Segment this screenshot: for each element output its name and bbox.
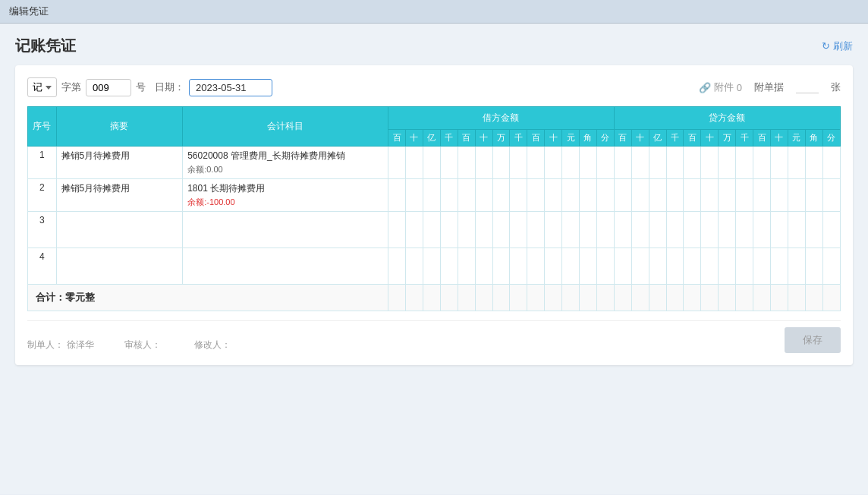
cr3-c3[interactable] xyxy=(649,212,666,248)
cr2-c4[interactable] xyxy=(666,179,684,212)
cr4-c5[interactable] xyxy=(684,248,701,285)
cr4-c10[interactable] xyxy=(771,248,788,285)
prefix-select[interactable]: 记 xyxy=(27,77,57,97)
save-button[interactable]: 保存 xyxy=(785,327,841,353)
attach-single-button[interactable]: 附单据 xyxy=(754,80,784,94)
d4-c2[interactable] xyxy=(405,248,423,285)
d4-c6[interactable] xyxy=(475,248,492,285)
d4-c3[interactable] xyxy=(423,248,440,285)
row-summary-4[interactable] xyxy=(56,248,183,285)
row-account-4[interactable] xyxy=(183,248,388,285)
cr4-c11[interactable] xyxy=(788,248,805,285)
cr2-c6[interactable] xyxy=(701,179,719,212)
cr3-c10[interactable] xyxy=(771,212,788,248)
d2-c7[interactable] xyxy=(492,179,510,212)
d3-c13[interactable] xyxy=(596,212,614,248)
d4-c10[interactable] xyxy=(545,248,562,285)
d3-c8[interactable] xyxy=(510,212,527,248)
attachment-button[interactable]: 🔗 附件 0 xyxy=(699,80,742,94)
d1-c1[interactable] xyxy=(388,147,406,179)
d2-c4[interactable] xyxy=(440,179,458,212)
cr4-c9[interactable] xyxy=(753,248,771,285)
cr2-c11[interactable] xyxy=(788,179,805,212)
d3-c4[interactable] xyxy=(440,212,458,248)
d2-c2[interactable] xyxy=(405,179,423,212)
cr3-c11[interactable] xyxy=(788,212,805,248)
d3-c3[interactable] xyxy=(423,212,440,248)
d3-c10[interactable] xyxy=(545,212,562,248)
cr3-c12[interactable] xyxy=(805,212,822,248)
d4-c5[interactable] xyxy=(458,248,475,285)
cr2-c3[interactable] xyxy=(649,179,666,212)
row-summary-2[interactable]: 摊销5月待摊费用 xyxy=(56,179,183,212)
cr4-c8[interactable] xyxy=(736,248,753,285)
cr1-c8[interactable] xyxy=(736,147,753,179)
cr4-c6[interactable] xyxy=(701,248,719,285)
cr3-c13[interactable] xyxy=(822,212,840,248)
cr3-c8[interactable] xyxy=(736,212,753,248)
d4-c4[interactable] xyxy=(440,248,458,285)
d3-c11[interactable] xyxy=(562,212,580,248)
cr3-c7[interactable] xyxy=(719,212,736,248)
cr1-c2[interactable] xyxy=(631,147,649,179)
d3-c2[interactable] xyxy=(405,212,423,248)
d3-c1[interactable] xyxy=(388,212,406,248)
cr2-c2[interactable] xyxy=(631,179,649,212)
cr2-c8[interactable] xyxy=(736,179,753,212)
zhang-input[interactable] xyxy=(796,81,819,93)
d1-c12[interactable] xyxy=(580,147,597,179)
date-input[interactable] xyxy=(189,79,272,96)
d4-c12[interactable] xyxy=(580,248,597,285)
d3-c12[interactable] xyxy=(580,212,597,248)
d4-c11[interactable] xyxy=(562,248,580,285)
cr3-c2[interactable] xyxy=(631,212,649,248)
d2-c12[interactable] xyxy=(580,179,597,212)
d1-c11[interactable] xyxy=(562,147,580,179)
cr4-c12[interactable] xyxy=(805,248,822,285)
cr1-c9[interactable] xyxy=(753,147,771,179)
d2-c13[interactable] xyxy=(596,179,614,212)
d1-c3[interactable] xyxy=(423,147,440,179)
cr1-c11[interactable] xyxy=(788,147,805,179)
cr2-c7[interactable] xyxy=(719,179,736,212)
cr4-c7[interactable] xyxy=(719,248,736,285)
cr3-c5[interactable] xyxy=(684,212,701,248)
voucher-number-input[interactable] xyxy=(86,79,131,96)
d1-c10[interactable] xyxy=(545,147,562,179)
cr2-c13[interactable] xyxy=(822,179,840,212)
refresh-button[interactable]: ↻ 刷新 xyxy=(822,39,853,53)
d1-c9[interactable] xyxy=(527,147,545,179)
row-account-1[interactable]: 56020008 管理费用_长期待摊费用摊销 余额:0.00 xyxy=(183,147,388,179)
d3-c9[interactable] xyxy=(527,212,545,248)
cr1-c3[interactable] xyxy=(649,147,666,179)
cr2-c10[interactable] xyxy=(771,179,788,212)
cr3-c4[interactable] xyxy=(666,212,684,248)
cr4-c1[interactable] xyxy=(614,248,631,285)
cr2-c1[interactable] xyxy=(614,179,631,212)
cr2-c12[interactable] xyxy=(805,179,822,212)
d2-c9[interactable] xyxy=(527,179,545,212)
cr1-c4[interactable] xyxy=(666,147,684,179)
d2-c3[interactable] xyxy=(423,179,440,212)
d4-c9[interactable] xyxy=(527,248,545,285)
cr1-c7[interactable] xyxy=(719,147,736,179)
d2-c1[interactable] xyxy=(388,179,406,212)
cr2-c5[interactable] xyxy=(684,179,701,212)
d2-c8[interactable] xyxy=(510,179,527,212)
row-summary-1[interactable]: 摊销5月待摊费用 xyxy=(56,147,183,179)
d4-c8[interactable] xyxy=(510,248,527,285)
d4-c13[interactable] xyxy=(596,248,614,285)
d2-c10[interactable] xyxy=(545,179,562,212)
row-account-2[interactable]: 1801 长期待摊费用 余额:-100.00 xyxy=(183,179,388,212)
d1-c8[interactable] xyxy=(510,147,527,179)
cr3-c9[interactable] xyxy=(753,212,771,248)
cr4-c4[interactable] xyxy=(666,248,684,285)
cr4-c3[interactable] xyxy=(649,248,666,285)
d2-c11[interactable] xyxy=(562,179,580,212)
d1-c13[interactable] xyxy=(596,147,614,179)
cr1-c13[interactable] xyxy=(822,147,840,179)
d3-c7[interactable] xyxy=(492,212,510,248)
row-account-3[interactable] xyxy=(183,212,388,248)
cr4-c2[interactable] xyxy=(631,248,649,285)
cr1-c6[interactable] xyxy=(701,147,719,179)
